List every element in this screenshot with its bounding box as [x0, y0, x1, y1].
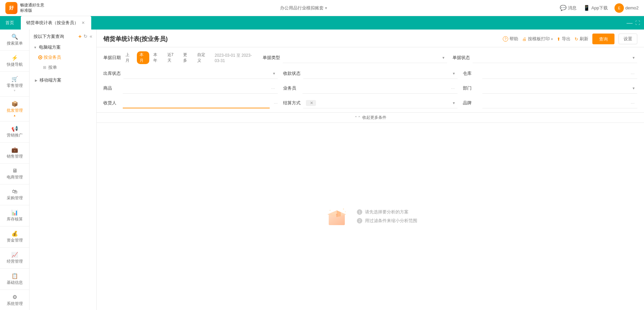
print-button[interactable]: 🖨 按模板打印 ▾ [522, 36, 553, 42]
receiver-ellipsis-icon[interactable]: ··· [274, 100, 278, 106]
receiver-input[interactable] [123, 98, 270, 108]
minimize-icon[interactable]: — [627, 19, 633, 27]
pc-scheme-label: 电脑端方案 [39, 44, 61, 50]
sidebar-item-retail[interactable]: 🛒 零售管理 ▾ [0, 72, 29, 97]
filter-date: 单据日期 上月 本月 本年 近7天 更多 自定义 2023-03-01 至 20… [103, 51, 257, 64]
finance-icon: 💰 [1, 230, 28, 237]
operations-icon: 📈 [1, 252, 28, 258]
brand-dropdown[interactable]: ··· [482, 98, 637, 108]
date-tab-this-month[interactable]: 本月 [137, 51, 150, 64]
message-icon: 💬 [560, 5, 567, 11]
message-label: 消息 [568, 5, 577, 11]
date-tab-7days[interactable]: 近7天 [165, 51, 179, 64]
sidebar-item-finance[interactable]: 💰 资金管理 [0, 226, 29, 248]
inventory-icon: 📊 [1, 209, 28, 216]
dept-label: 部门 [463, 85, 480, 91]
payment-status-label: 收款状态 [283, 70, 301, 76]
sidebar-item-quicknav[interactable]: ⚡ 快捷导航 [0, 51, 29, 72]
settlement-label: 结算方式 [283, 100, 301, 106]
sidebar-wholesale-label: 批发管理 [1, 108, 28, 113]
date-tab-more[interactable]: 更多 [180, 51, 193, 64]
receiver-label: 收货人 [103, 100, 120, 106]
settlement-dropdown[interactable]: ✕ ▾ [303, 98, 458, 108]
settings-button[interactable]: 设置 [619, 34, 637, 44]
filter-area: 单据日期 上月 本月 本年 近7天 更多 自定义 2023-03-01 至 20… [97, 47, 644, 113]
avatar: E [614, 3, 624, 13]
sales-rep-dropdown[interactable]: ··· [303, 83, 458, 94]
maximize-icon[interactable]: ⛶ [635, 20, 640, 25]
user-menu[interactable]: E demo2 [614, 3, 639, 13]
ecommerce-icon: 🖥 [1, 168, 28, 174]
doc-status-dropdown[interactable]: ▾ [473, 52, 637, 63]
sidebar-item-operations[interactable]: 📈 经营管理 [0, 248, 29, 269]
collapse-arrow-icon: ⌃⌃ [354, 115, 361, 120]
tab-home[interactable]: 首页 [0, 16, 19, 30]
sales-icon: 💼 [1, 147, 28, 153]
product-ellipsis-icon[interactable]: ··· [271, 86, 275, 91]
sidebar-item-search[interactable]: 🔍 搜索菜单 [0, 30, 29, 51]
product-dropdown[interactable]: ··· [123, 83, 278, 94]
date-label: 单据日期 [103, 55, 120, 61]
sales-rep-ellipsis-icon[interactable]: ··· [451, 86, 455, 91]
help-label: 帮助 [509, 36, 518, 42]
main-content: 🔍 搜索菜单 ⚡ 快捷导航 🛒 零售管理 ▾ 📦 批发管理 ▴ 📢 营销推广 💼… [0, 30, 644, 310]
left-panel-title: 按以下方案查询 [34, 34, 64, 40]
refresh-button[interactable]: ↻ 刷新 [575, 36, 588, 42]
collapse-panel-icon[interactable]: « [90, 34, 92, 40]
sidebar-item-system[interactable]: ⚙ 系统管理 [0, 290, 29, 310]
help-button[interactable]: ? 帮助 [503, 36, 518, 42]
filter-receiver: 收货人 ··· [103, 98, 278, 108]
page-actions: ? 帮助 🖨 按模板打印 ▾ ⬆ 导出 ↻ 刷新 [503, 34, 637, 44]
date-tab-this-year[interactable]: 本年 [151, 51, 163, 64]
export-button[interactable]: ⬆ 导出 [557, 36, 571, 42]
filter-doc-type: 单据类型 ▾ [263, 52, 447, 63]
print-icon: 🖨 [522, 37, 527, 42]
message-button[interactable]: 💬 消息 [560, 5, 577, 11]
refresh-scheme-icon[interactable]: ↻ [84, 34, 88, 40]
date-range-text: 2023-03-01 至 2023-03-31 [215, 53, 257, 63]
warehouse-label: 仓库 [463, 70, 480, 76]
sidebar-item-marketing[interactable]: 📢 营销推广 [0, 121, 29, 143]
scheme-by-sales-rep-label: 按业务员 [44, 54, 61, 60]
sidebar-purchase-label: 采购管理 [1, 195, 28, 201]
mobile-scheme-group[interactable]: ▶ 移动端方案 [30, 75, 96, 85]
date-tab-custom[interactable]: 自定义 [195, 51, 211, 64]
wholesale-icon: 📦 [1, 101, 28, 107]
active-indicator [39, 56, 42, 59]
date-tab-last-month[interactable]: 上月 [123, 51, 136, 64]
quicknav-icon: ⚡ [1, 55, 28, 61]
scheme-by-order[interactable]: ⊞ 按单 [30, 62, 96, 72]
stock-status-dropdown[interactable]: ▾ [123, 68, 278, 79]
logo-text: 畅捷通好生意 标准版 [20, 3, 47, 13]
doc-type-dropdown[interactable]: ▾ [283, 52, 447, 63]
doc-status-label: 单据状态 [452, 55, 470, 61]
sidebar-item-basic-info[interactable]: 📋 基础信息 [0, 269, 29, 290]
pc-scheme-parent[interactable]: ▼ 电脑端方案 [30, 42, 96, 52]
tab-close-icon[interactable]: ✕ [80, 20, 86, 25]
settlement-tag-close[interactable]: ✕ [310, 101, 313, 105]
header-chevron-icon[interactable]: ▾ [325, 6, 327, 10]
collapse-bar[interactable]: ⌃⌃ 收起更多条件 [97, 113, 644, 123]
empty-tip-1: 1 请先选择要分析的方案 [357, 209, 417, 215]
sidebar-item-ecommerce[interactable]: 🖥 电商管理 [0, 164, 29, 185]
query-button[interactable]: 查询 [592, 34, 614, 44]
date-tabs: 上月 本月 本年 近7天 更多 自定义 2023-03-01 至 2023-03… [123, 51, 257, 64]
filter-settlement: 结算方式 ✕ ▾ [283, 98, 458, 108]
tab-sales-stats[interactable]: 销货单统计表（按业务员） ✕ [21, 16, 91, 30]
payment-status-dropdown[interactable]: ▾ [303, 68, 458, 79]
tab-bar: 首页 销货单统计表（按业务员） ✕ — ⛶ [0, 16, 644, 30]
brand-ellipsis-icon[interactable]: ··· [631, 100, 635, 106]
warehouse-ellipsis-icon[interactable]: ··· [631, 71, 635, 76]
header-title[interactable]: 办公用品行业模拟账套 ▾ [280, 5, 327, 11]
sidebar-item-wholesale[interactable]: 📦 批发管理 ▴ [0, 97, 29, 121]
content-area: 按以下方案查询 + ↻ « ▼ 电脑端方案 按业务员 ⊞ 按单 [30, 30, 644, 310]
add-scheme-icon[interactable]: + [78, 34, 82, 40]
scheme-by-sales-rep[interactable]: 按业务员 [30, 52, 96, 62]
dept-dropdown[interactable]: ▾ [482, 83, 637, 94]
sidebar-item-sales[interactable]: 💼 销售管理 [0, 143, 29, 164]
sidebar-item-inventory[interactable]: 📊 库存核算 [0, 205, 29, 226]
sidebar-item-purchase[interactable]: 🛍 采购管理 [0, 185, 29, 205]
app-download-button[interactable]: 📱 App下载 [583, 5, 608, 11]
warehouse-dropdown[interactable]: ··· [482, 68, 637, 79]
sidebar-operations-label: 经营管理 [1, 259, 28, 264]
